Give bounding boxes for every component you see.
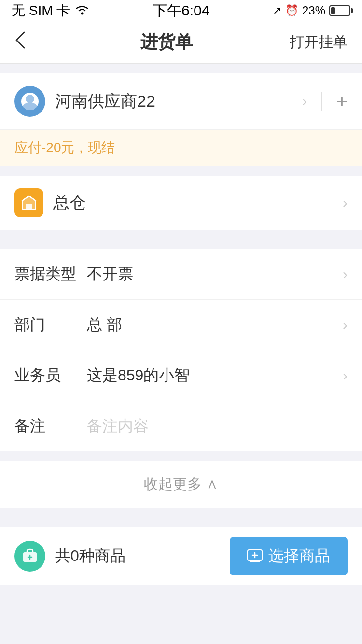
salesperson-label: 业务员 bbox=[14, 365, 77, 386]
department-row[interactable]: 部门 总 部 › bbox=[0, 300, 362, 350]
department-value: 总 部 bbox=[77, 314, 343, 336]
section-gap-2 bbox=[0, 166, 362, 176]
supplier-avatar bbox=[14, 86, 45, 117]
status-right: ↗ ⏰ 23% bbox=[273, 4, 350, 17]
status-left: 无 SIM 卡 bbox=[12, 1, 89, 20]
salesperson-arrow-icon: › bbox=[343, 367, 348, 384]
section-gap-4 bbox=[0, 508, 362, 518]
invoice-type-arrow-icon: › bbox=[343, 266, 348, 282]
notice-row: 应付-20元，现结 bbox=[0, 130, 362, 166]
battery-percent: 23% bbox=[302, 4, 325, 17]
warehouse-icon bbox=[14, 188, 43, 217]
notice-text: 应付-20元，现结 bbox=[14, 140, 115, 155]
product-icon bbox=[14, 541, 45, 572]
select-product-label: 选择商品 bbox=[268, 546, 330, 567]
form-section: 票据类型 不开票 › 部门 总 部 › 业务员 这是859的小智 › 备注 备注… bbox=[0, 249, 362, 451]
invoice-type-row[interactable]: 票据类型 不开票 › bbox=[0, 249, 362, 300]
carrier-label: 无 SIM 卡 bbox=[12, 1, 70, 20]
alarm-icon: ⏰ bbox=[285, 4, 298, 17]
warehouse-row[interactable]: 总仓 › bbox=[0, 176, 362, 230]
svg-point-0 bbox=[81, 13, 84, 15]
warehouse-section: 总仓 › bbox=[0, 176, 362, 230]
supplier-divider bbox=[321, 92, 322, 111]
location-icon: ↗ bbox=[273, 4, 281, 17]
main-content: 河南供应商22 › + 应付-20元，现结 总仓 › bbox=[0, 64, 362, 644]
remark-row[interactable]: 备注 备注内容 bbox=[0, 401, 362, 451]
open-pending-button[interactable]: 打开挂单 bbox=[290, 32, 348, 52]
department-arrow-icon: › bbox=[343, 317, 348, 333]
battery-icon bbox=[329, 5, 350, 16]
page-title: 进货单 bbox=[140, 30, 193, 54]
warehouse-arrow-icon: › bbox=[343, 195, 348, 211]
svg-rect-1 bbox=[26, 204, 32, 210]
wifi-icon bbox=[75, 3, 89, 18]
invoice-type-label: 票据类型 bbox=[14, 264, 77, 285]
status-bar: 无 SIM 卡 下午6:04 ↗ ⏰ 23% bbox=[0, 0, 362, 21]
salesperson-row[interactable]: 业务员 这是859的小智 › bbox=[0, 350, 362, 401]
back-button[interactable] bbox=[14, 30, 43, 54]
section-gap-3 bbox=[0, 230, 362, 239]
department-label: 部门 bbox=[14, 314, 77, 336]
add-supplier-button[interactable]: + bbox=[336, 91, 348, 112]
salesperson-value: 这是859的小智 bbox=[77, 365, 343, 386]
nav-bar: 进货单 打开挂单 bbox=[0, 21, 362, 64]
supplier-section: 河南供应商22 › + 应付-20元，现结 bbox=[0, 73, 362, 166]
select-product-button[interactable]: 选择商品 bbox=[230, 537, 348, 575]
collapse-row[interactable]: 收起更多 ∧ bbox=[0, 461, 362, 508]
collapse-label: 收起更多 ∧ bbox=[144, 475, 218, 494]
remark-input[interactable]: 备注内容 bbox=[77, 416, 348, 437]
remark-label: 备注 bbox=[14, 416, 77, 437]
section-gap-1 bbox=[0, 64, 362, 73]
supplier-name: 河南供应商22 bbox=[55, 90, 302, 112]
warehouse-name: 总仓 bbox=[53, 192, 343, 214]
product-count: 共0种商品 bbox=[55, 546, 230, 567]
supplier-row[interactable]: 河南供应商22 › + bbox=[0, 73, 362, 130]
invoice-type-value: 不开票 bbox=[77, 264, 343, 285]
supplier-arrow-icon: › bbox=[302, 94, 306, 109]
status-time: 下午6:04 bbox=[153, 1, 209, 21]
avatar-person-icon bbox=[21, 93, 39, 110]
bottom-bar: 共0种商品 选择商品 bbox=[0, 527, 362, 585]
